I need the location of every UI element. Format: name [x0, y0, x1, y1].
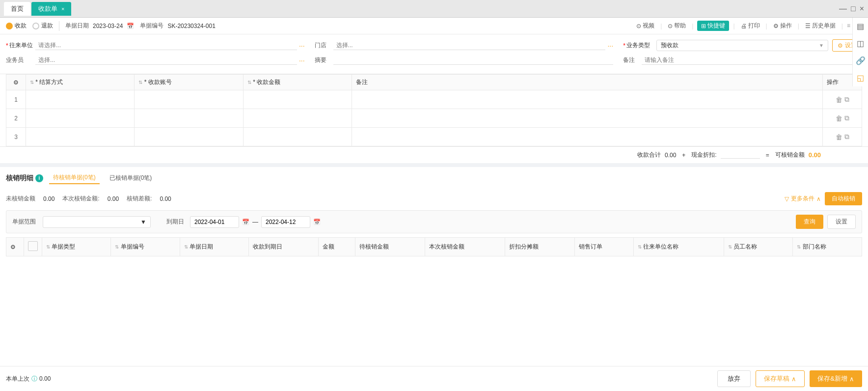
pending-tab[interactable]: 待核销单据(0笔) — [49, 172, 100, 184]
sidebar-layout-icon[interactable]: ◫ — [857, 39, 864, 48]
minimize-icon[interactable]: — — [839, 4, 847, 13]
save-new-button[interactable]: 保存&新增 ∧ — [810, 370, 862, 387]
filter-settings-btn[interactable]: 设置 — [827, 215, 856, 229]
more-conditions-btn[interactable]: ▽ 更多条件 ∧ — [785, 195, 821, 203]
salesperson-more-icon[interactable]: ··· — [299, 56, 305, 64]
abandon-button[interactable]: 放弃 — [717, 370, 751, 387]
close-tab-icon[interactable]: × — [61, 6, 64, 12]
delete-row-2-icon[interactable]: 🗑 — [836, 114, 842, 122]
store-more-icon[interactable]: ··· — [607, 42, 613, 50]
sidebar-expand-icon[interactable]: ◱ — [857, 73, 864, 83]
payment-table-container: ⚙ ⇅ * 结算方式 ⇅ * 收款账号 ⇅ * 收款金额 — [0, 74, 868, 146]
store-input[interactable] — [333, 41, 606, 50]
bt-sales-order-label: 销售订单 — [579, 243, 602, 250]
calendar-end-icon[interactable]: 📅 — [313, 219, 321, 225]
delete-row-1-icon[interactable]: 🗑 — [836, 96, 842, 104]
row-2-payment-method[interactable] — [26, 109, 135, 128]
close-window-icon[interactable]: × — [860, 4, 864, 13]
row-2-remark[interactable] — [352, 109, 823, 128]
payment-method-label: * 结算方式 — [35, 79, 63, 85]
row-2-amount[interactable] — [243, 109, 352, 128]
range-select[interactable]: ▼ — [43, 216, 151, 228]
table-settings-col[interactable]: ⚙ — [6, 75, 26, 90]
save-new-chevron-icon: ∧ — [849, 375, 854, 383]
bt-doc-number-sort-icon[interactable]: ⇅ — [115, 244, 119, 250]
counterpart-field: * 往来单位 ··· — [6, 41, 305, 50]
pm-sort-icon[interactable]: ⇅ — [30, 80, 34, 85]
query-button[interactable]: 查询 — [796, 215, 823, 229]
salesperson-input[interactable] — [35, 56, 297, 65]
footer-info-icon[interactable]: ⓘ — [31, 375, 37, 383]
help-btn[interactable]: ⊙ 帮助 — [666, 21, 688, 31]
tab-home[interactable]: 首页 — [4, 2, 30, 16]
row-1-remark[interactable] — [352, 90, 823, 109]
bt-counterpart-sort-icon[interactable]: ⇅ — [638, 244, 642, 250]
summary-input[interactable] — [333, 56, 614, 65]
row-3-account[interactable] — [135, 128, 243, 146]
row-3-payment-method[interactable] — [26, 128, 135, 146]
biz-type-select[interactable]: 预收款 ▼ — [656, 40, 828, 51]
bt-due-date-col: 收款到期日 — [249, 238, 319, 256]
calendar-start-icon[interactable]: 📅 — [242, 219, 249, 225]
bt-discount-col: 折扣分摊额 — [505, 238, 575, 256]
chevron-up-icon: ∧ — [816, 196, 821, 202]
tab-receipt[interactable]: 收款单 × — [31, 2, 71, 16]
copy-row-3-icon[interactable]: ⧉ — [844, 133, 849, 141]
biz-type-label-wrap: * 业务类型 — [623, 41, 652, 50]
sidebar-table-icon[interactable]: ▤ — [857, 22, 864, 31]
remarks-input[interactable] — [642, 56, 862, 65]
radio-receive[interactable]: 收款 — [6, 22, 27, 30]
video-icon: ⊙ — [636, 23, 641, 29]
bt-doc-type-col: ⇅ 单据类型 — [42, 238, 111, 256]
toolbar-separator — [59, 21, 59, 31]
counterpart-input[interactable] — [35, 41, 297, 50]
bt-doc-type-label: 单据类型 — [52, 243, 75, 250]
row-2-actions: 🗑 ⧉ — [823, 109, 862, 128]
row-1-account[interactable] — [135, 90, 243, 109]
auto-verify-btn[interactable]: 自动核销 — [825, 192, 862, 205]
biz-type-value: 预收款 — [661, 41, 678, 50]
row-1-payment-method[interactable] — [26, 90, 135, 109]
select-all-checkbox[interactable] — [28, 241, 38, 251]
calendar-icon[interactable]: 📅 — [127, 23, 134, 29]
save-draft-button[interactable]: 保存草稿 ∧ — [756, 370, 805, 387]
date-start-input[interactable] — [190, 216, 239, 228]
bt-settings-col[interactable]: ⚙ — [6, 238, 24, 256]
bt-doc-type-sort-icon[interactable]: ⇅ — [46, 244, 50, 250]
sidebar-link-icon[interactable]: 🔗 — [856, 56, 866, 65]
row-3-amount[interactable] — [243, 128, 352, 146]
discount-input[interactable] — [721, 151, 760, 159]
help-icon: ⊙ — [668, 23, 673, 29]
row-2-account[interactable] — [135, 109, 243, 128]
table-header: ⚙ ⇅ * 结算方式 ⇅ * 收款账号 ⇅ * 收款金额 — [6, 75, 862, 90]
copy-row-1-icon[interactable]: ⧉ — [844, 95, 849, 104]
store-label: 门店 — [315, 41, 329, 50]
date-end-input[interactable] — [261, 216, 310, 228]
amt-sort-icon[interactable]: ⇅ — [247, 80, 251, 85]
date-range-field: 📅 — 📅 — [190, 216, 321, 228]
row-1-amount[interactable] — [243, 90, 352, 109]
shortcut-btn[interactable]: ⊞ 快捷键 — [697, 21, 729, 31]
acc-sort-icon[interactable]: ⇅ — [138, 80, 142, 85]
counterpart-more-icon[interactable]: ··· — [299, 42, 305, 50]
video-btn[interactable]: ⊙ 视频 — [634, 21, 656, 31]
history-btn[interactable]: ☰ 历史单据 — [803, 21, 838, 31]
row-3-remark[interactable] — [352, 128, 823, 146]
bt-dept-sort-icon[interactable]: ⇅ — [797, 244, 801, 250]
maximize-icon[interactable]: □ — [851, 4, 856, 13]
footer-actions: 放弃 保存草稿 ∧ 保存&新增 ∧ — [717, 370, 862, 387]
remark-col-header: 备注 — [352, 75, 823, 90]
list-view-icon[interactable]: ≡ — [847, 22, 850, 30]
verif-info-icon[interactable]: i — [35, 174, 43, 182]
done-tab[interactable]: 已核销单据(0笔) — [106, 172, 156, 184]
bt-doc-date-sort-icon[interactable]: ⇅ — [184, 244, 188, 250]
row-num-3: 3 — [6, 128, 26, 146]
account-label: * 收款账号 — [144, 79, 172, 85]
radio-refund[interactable]: 退款 — [32, 22, 53, 30]
bt-employee-sort-icon[interactable]: ⇅ — [728, 244, 732, 250]
operation-btn[interactable]: ⚙ 操作 — [771, 21, 794, 31]
delete-row-3-icon[interactable]: 🗑 — [836, 133, 842, 141]
print-btn[interactable]: 🖨 打印 — [739, 21, 762, 31]
bt-pending-label: 待核销金额 — [359, 243, 389, 250]
copy-row-2-icon[interactable]: ⧉ — [844, 114, 849, 122]
